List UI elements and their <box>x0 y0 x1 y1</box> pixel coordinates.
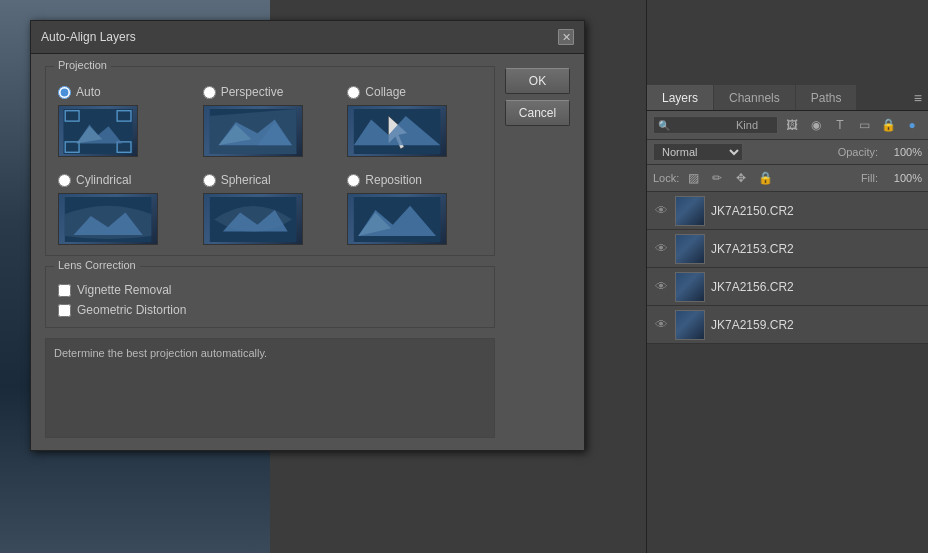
auto-svg <box>63 109 133 154</box>
filter-adjustment-icon[interactable]: ◉ <box>806 115 826 135</box>
perspective-radio[interactable] <box>203 86 216 99</box>
blend-mode-select[interactable]: Normal <box>653 143 743 161</box>
reposition-radio-row[interactable]: Reposition <box>347 173 422 187</box>
lock-position-icon[interactable]: ✥ <box>731 168 751 188</box>
projection-auto: Auto <box>58 85 193 157</box>
eye-icon-1: 👁 <box>655 241 668 256</box>
tab-layers[interactable]: Layers <box>647 85 713 110</box>
projection-reposition: Reposition <box>347 173 482 245</box>
cylindrical-label: Cylindrical <box>76 173 131 187</box>
fill-label: Fill: <box>861 172 878 184</box>
filter-shape-icon[interactable]: ▭ <box>854 115 874 135</box>
projection-grid: Auto <box>58 85 482 245</box>
lock-transparent-icon[interactable]: ▨ <box>683 168 703 188</box>
auto-align-dialog: Auto-Align Layers ✕ Projection Auto <box>30 20 585 451</box>
collage-label: Collage <box>365 85 406 99</box>
collage-svg <box>353 109 441 154</box>
layer-visibility-0[interactable]: 👁 <box>653 203 669 219</box>
perspective-svg <box>209 109 297 154</box>
perspective-radio-row[interactable]: Perspective <box>203 85 284 99</box>
search-box[interactable]: 🔍 Kind <box>653 116 778 134</box>
projection-spherical: Spherical <box>203 173 338 245</box>
lock-label: Lock: <box>653 172 679 184</box>
vignette-row: Vignette Removal <box>58 283 482 297</box>
layer-thumbnail-2 <box>675 272 705 302</box>
lock-row: Lock: ▨ ✏ ✥ 🔒 Fill: 100% <box>647 165 928 192</box>
layer-thumbnail-3 <box>675 310 705 340</box>
close-button[interactable]: ✕ <box>558 29 574 45</box>
projection-perspective: Perspective <box>203 85 338 157</box>
collage-radio[interactable] <box>347 86 360 99</box>
layer-visibility-1[interactable]: 👁 <box>653 241 669 257</box>
search-input[interactable] <box>673 119 733 131</box>
layer-name-1: JK7A2153.CR2 <box>711 242 922 256</box>
panel-filter-toolbar: 🔍 Kind 🖼 ◉ T ▭ 🔒 ● <box>647 111 928 140</box>
reposition-preview <box>347 193 447 245</box>
layer-thumbnail-0 <box>675 196 705 226</box>
tab-channels[interactable]: Channels <box>714 85 795 110</box>
filter-smart-icon[interactable]: 🔒 <box>878 115 898 135</box>
perspective-label: Perspective <box>221 85 284 99</box>
opacity-value: 100% <box>882 146 922 158</box>
filter-image-icon[interactable]: 🖼 <box>782 115 802 135</box>
filter-type-icon[interactable]: T <box>830 115 850 135</box>
description-box: Determine the best projection automatica… <box>45 338 495 438</box>
projection-collage: Collage <box>347 85 482 157</box>
lens-correction-label: Lens Correction <box>54 259 140 271</box>
tab-paths[interactable]: Paths <box>796 85 857 110</box>
perspective-preview <box>203 105 303 157</box>
lock-image-icon[interactable]: ✏ <box>707 168 727 188</box>
geometric-row: Geometric Distortion <box>58 303 482 317</box>
collage-radio-row[interactable]: Collage <box>347 85 406 99</box>
projection-label: Projection <box>54 59 111 71</box>
spherical-svg <box>209 197 297 242</box>
projection-cylindrical: Cylindrical <box>58 173 193 245</box>
reposition-radio[interactable] <box>347 174 360 187</box>
geometric-label: Geometric Distortion <box>77 303 186 317</box>
panel-tabs: Layers Channels Paths ≡ <box>647 0 928 111</box>
cylindrical-radio-row[interactable]: Cylindrical <box>58 173 131 187</box>
cancel-button[interactable]: Cancel <box>505 100 570 126</box>
spherical-preview <box>203 193 303 245</box>
auto-radio[interactable] <box>58 86 71 99</box>
dialog-title: Auto-Align Layers <box>41 30 136 44</box>
eye-icon-2: 👁 <box>655 279 668 294</box>
lens-correction-section: Lens Correction Vignette Removal Geometr… <box>45 266 495 328</box>
lock-artboard-icon[interactable]: 🔒 <box>755 168 775 188</box>
search-icon: 🔍 <box>658 120 670 131</box>
dialog-buttons: OK Cancel <box>505 66 570 438</box>
dialog-titlebar: Auto-Align Layers ✕ <box>31 21 584 54</box>
auto-radio-row[interactable]: Auto <box>58 85 101 99</box>
layer-item[interactable]: 👁 JK7A2159.CR2 <box>647 306 928 344</box>
geometric-checkbox[interactable] <box>58 304 71 317</box>
eye-icon-3: 👁 <box>655 317 668 332</box>
description-text: Determine the best projection automatica… <box>54 347 267 359</box>
layer-visibility-3[interactable]: 👁 <box>653 317 669 333</box>
eye-icon-0: 👁 <box>655 203 668 218</box>
vignette-checkbox[interactable] <box>58 284 71 297</box>
reposition-svg <box>353 197 441 242</box>
panel-menu-button[interactable]: ≡ <box>908 86 928 110</box>
reposition-label: Reposition <box>365 173 422 187</box>
spherical-label: Spherical <box>221 173 271 187</box>
layer-visibility-2[interactable]: 👁 <box>653 279 669 295</box>
blend-mode-row: Normal Opacity: 100% <box>647 140 928 165</box>
cylindrical-radio[interactable] <box>58 174 71 187</box>
spherical-radio-row[interactable]: Spherical <box>203 173 271 187</box>
layer-name-2: JK7A2156.CR2 <box>711 280 922 294</box>
layer-item[interactable]: 👁 JK7A2156.CR2 <box>647 268 928 306</box>
layer-name-0: JK7A2150.CR2 <box>711 204 922 218</box>
dialog-overlay: Auto-Align Layers ✕ Projection Auto <box>30 20 585 451</box>
spherical-radio[interactable] <box>203 174 216 187</box>
cylindrical-svg <box>64 197 152 242</box>
filter-active-icon[interactable]: ● <box>902 115 922 135</box>
layers-list: 👁 JK7A2150.CR2 👁 JK7A2153.CR2 👁 JK7A2156… <box>647 192 928 344</box>
ok-button[interactable]: OK <box>505 68 570 94</box>
layer-item[interactable]: 👁 JK7A2153.CR2 <box>647 230 928 268</box>
opacity-label: Opacity: <box>838 146 878 158</box>
layer-item[interactable]: 👁 JK7A2150.CR2 <box>647 192 928 230</box>
cylindrical-preview <box>58 193 158 245</box>
fill-value: 100% <box>882 172 922 184</box>
svg-rect-0 <box>63 109 132 154</box>
projection-section: Projection Auto <box>45 66 495 256</box>
